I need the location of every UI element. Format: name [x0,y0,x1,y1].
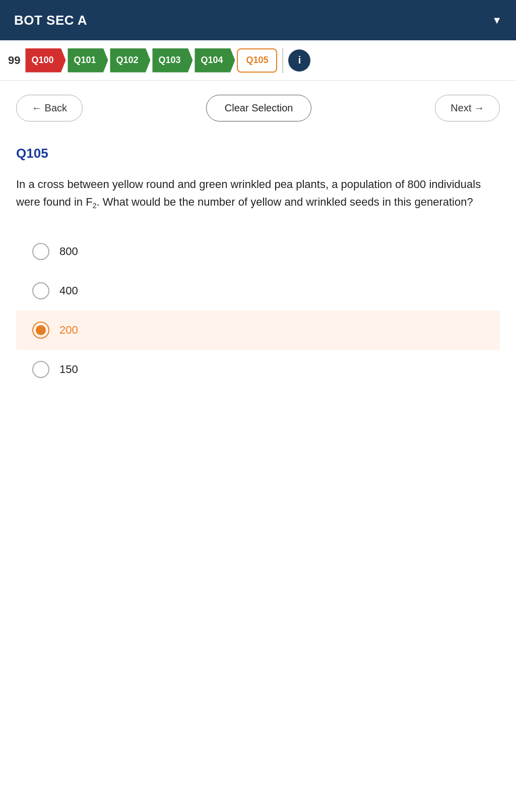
radio-inner-200 [36,325,46,335]
nav-flag-q104[interactable]: Q104 [195,48,235,73]
question-container: Q105 In a cross between yellow round and… [0,136,516,409]
nav-num-label: 99 [5,54,23,67]
back-button[interactable]: ← Back [16,95,83,121]
nav-flag-q105-current[interactable]: Q105 [237,48,277,73]
clear-selection-button[interactable]: Clear Selection [206,95,312,121]
next-button[interactable]: Next → [435,95,500,121]
option-150[interactable]: 150 [16,350,500,389]
radio-800 [32,243,49,260]
radio-150 [32,361,49,378]
navigation-buttons: ← Back Clear Selection Next → [0,81,516,136]
header-title: BOT SEC A [14,13,87,28]
info-button[interactable]: i [288,49,310,72]
chevron-down-icon[interactable]: ▼ [492,15,502,26]
question-label: Q105 [16,146,500,161]
nav-divider [282,48,283,73]
nav-flag-q101[interactable]: Q101 [68,48,108,73]
option-800[interactable]: 800 [16,232,500,271]
option-text-150: 150 [59,363,78,376]
option-text-800: 800 [59,245,78,258]
radio-400 [32,282,49,299]
nav-flag-q103[interactable]: Q103 [152,48,192,73]
app-header: BOT SEC A ▼ [0,0,516,40]
option-text-200: 200 [59,324,78,337]
option-400[interactable]: 400 [16,271,500,310]
nav-flag-q102[interactable]: Q102 [110,48,150,73]
question-nav-strip: 99 Q100 Q101 Q102 Q103 Q104 Q105 i [0,40,516,81]
option-text-400: 400 [59,284,78,297]
option-200[interactable]: 200 [16,310,500,350]
radio-200 [32,322,49,339]
nav-flag-q100[interactable]: Q100 [25,48,66,73]
question-text: In a cross between yellow round and gree… [16,175,500,212]
